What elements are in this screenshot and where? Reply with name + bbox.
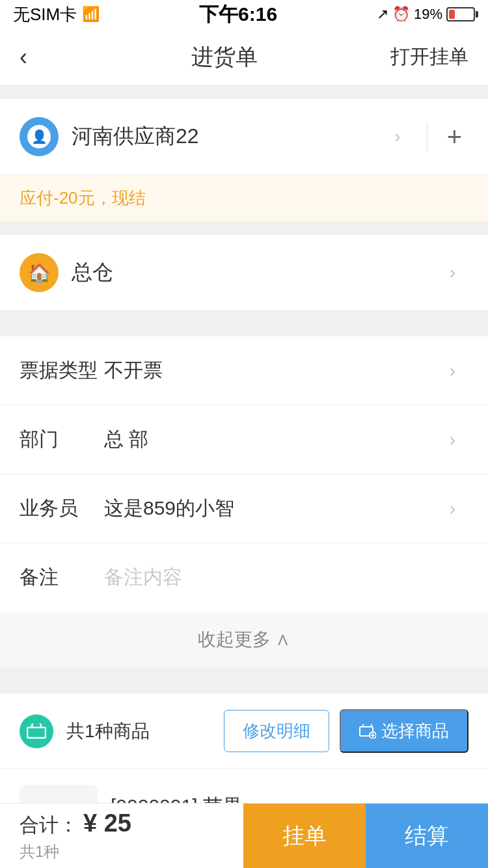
salesman-label: 业务员 [20, 495, 104, 522]
total-main: 合计： ¥ 25 [20, 809, 224, 839]
select-product-button[interactable]: 选择商品 [340, 709, 468, 753]
avatar-inner [27, 125, 51, 148]
open-pending-button[interactable]: 打开挂单 [390, 44, 468, 70]
wifi-icon: 📶 [82, 6, 100, 23]
form-section: 票据类型 不开票 › 部门 总 部 › 业务员 这是859的小智 › 备注 备注… [0, 336, 488, 612]
bottom-bar: 合计： ¥ 25 共1种 挂单 结算 [0, 803, 488, 868]
settle-button[interactable]: 结算 [366, 804, 488, 868]
ticket-type-value: 不开票 [104, 357, 450, 384]
salesman-value: 这是859的小智 [104, 495, 450, 522]
divider-4 [0, 668, 488, 681]
divider-3 [0, 310, 488, 323]
remark-label: 备注 [20, 564, 104, 591]
divider-1 [0, 86, 488, 99]
status-carrier: 无SIM卡 📶 [13, 3, 100, 26]
product-header: 共1种商品 修改明细 选择商品 [0, 694, 488, 769]
battery-percent: 19% [414, 6, 442, 23]
status-time: 下午6:16 [199, 1, 277, 28]
page-title: 进货单 [191, 42, 258, 72]
total-sub: 共1种 [20, 841, 224, 862]
svg-rect-0 [27, 727, 46, 738]
warehouse-card: 🏠 总仓 › [0, 235, 488, 310]
nav-bar: ‹ 进货单 打开挂单 [0, 29, 488, 86]
department-label: 部门 [20, 426, 104, 453]
total-label: 合计： [20, 812, 78, 839]
status-bar: 无SIM卡 📶 下午6:16 ↗ ⏰ 19% [0, 0, 488, 29]
remark-input[interactable]: 备注内容 [104, 564, 468, 591]
battery-icon [446, 7, 475, 21]
salesman-chevron-icon: › [450, 498, 455, 519]
supplier-name: 河南供应商22 [72, 122, 394, 151]
product-count: 共1种商品 [66, 719, 224, 744]
alarm-icon: ⏰ [392, 6, 410, 23]
status-right: ↗ ⏰ 19% [377, 6, 475, 23]
pending-button[interactable]: 挂单 [243, 804, 366, 868]
edit-detail-button[interactable]: 修改明细 [224, 710, 329, 752]
remark-row[interactable]: 备注 备注内容 [0, 543, 488, 612]
back-button[interactable]: ‹ [20, 44, 59, 71]
warehouse-row[interactable]: 🏠 总仓 › [0, 235, 488, 310]
product-header-icon [20, 714, 53, 748]
supplier-avatar [20, 117, 59, 156]
ticket-type-label: 票据类型 [20, 357, 104, 384]
chevron-right-icon: › [394, 126, 400, 147]
department-row[interactable]: 部门 总 部 › [0, 405, 488, 474]
total-area: 合计： ¥ 25 共1种 [0, 804, 243, 868]
vertical-divider [427, 122, 427, 151]
total-amount: ¥ 25 [83, 809, 131, 837]
salesman-row[interactable]: 业务员 这是859的小智 › [0, 474, 488, 543]
ticket-type-chevron-icon: › [450, 360, 455, 381]
divider-2 [0, 222, 488, 235]
department-value: 总 部 [104, 426, 450, 453]
ticket-type-row[interactable]: 票据类型 不开票 › [0, 336, 488, 405]
add-supplier-button[interactable]: + [441, 122, 468, 152]
location-icon: ↗ [377, 6, 388, 23]
warehouse-name: 总仓 [72, 258, 450, 287]
supplier-row[interactable]: 河南供应商22 › + [0, 99, 488, 175]
department-chevron-icon: › [450, 429, 455, 450]
collapse-button[interactable]: 收起更多 ∧ [0, 612, 488, 668]
notice-bar: 应付-20元，现结 [0, 175, 488, 222]
warehouse-chevron-icon: › [450, 262, 455, 283]
supplier-card: 河南供应商22 › + 应付-20元，现结 [0, 99, 488, 222]
warehouse-icon: 🏠 [20, 253, 59, 292]
